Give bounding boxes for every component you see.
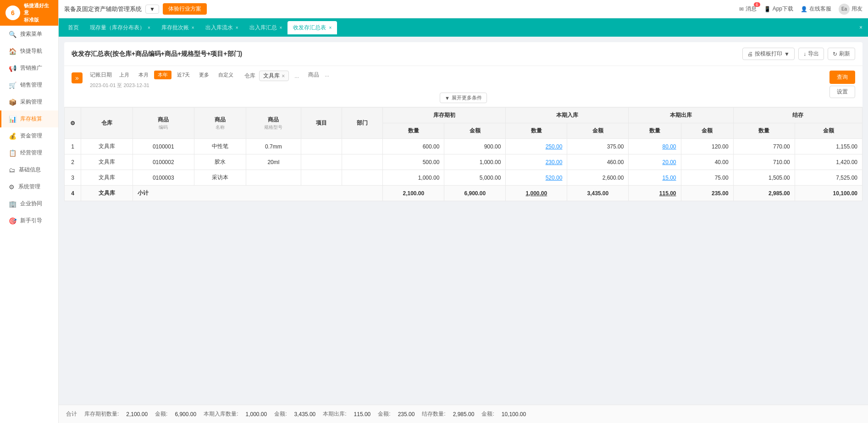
footer-opening-qty: 2,100.00: [126, 411, 148, 418]
sidebar-item-sales[interactable]: 🛒 销售管理: [0, 77, 58, 93]
col-project: 项目: [301, 108, 342, 139]
sidebar-item-system[interactable]: ⚙ 系统管理: [0, 178, 58, 195]
subtotal-row: 4 文具库 小计 2,100.00 6,900.00 1,000.00 3,43…: [65, 186, 862, 201]
filter-area: » 记账日期 上月本月本年近7天更多自定义 2023-01-01 至 2023-…: [64, 66, 862, 107]
user-menu[interactable]: Ea 用友: [839, 4, 862, 15]
nav-label-enterprise: 企业协同: [20, 200, 42, 208]
system-dropdown[interactable]: ▼: [145, 5, 159, 14]
nav-label-search: 搜索菜单: [20, 30, 42, 38]
col-goods-name: 商品名称: [194, 108, 246, 139]
query-btn-area: 查询 设置: [829, 71, 855, 98]
tab-label-in_out_summary: 出入库汇总: [249, 24, 277, 32]
sidebar-item-purchase[interactable]: 📦 采购管理: [0, 93, 58, 110]
date-shortcut-本年[interactable]: 本年: [154, 71, 171, 79]
tab-close-recv_send_summary[interactable]: ×: [329, 25, 332, 30]
nav-label-operations: 经营管理: [20, 149, 42, 157]
nav-icon-sales: 🛒: [9, 82, 17, 89]
page-title: 收发存汇总表(按仓库+商品编码+商品+规格型号+项目+部门): [72, 50, 242, 58]
in-qty-link: 250.00: [546, 143, 563, 150]
date-shortcut-上月[interactable]: 上月: [116, 71, 133, 79]
total-label: 合计: [66, 410, 77, 418]
sidebar-item-finance[interactable]: 💰 资金管理: [0, 127, 58, 144]
sidebar-item-enterprise[interactable]: 🏢 企业协同: [0, 195, 58, 212]
service-icon: 👤: [801, 6, 807, 12]
nav-label-quick_nav: 快捷导航: [20, 47, 42, 55]
online-service-btn[interactable]: 👤 在线客服: [801, 5, 831, 13]
messages-btn[interactable]: ✉ 消息 6: [739, 5, 757, 13]
query-button[interactable]: 查询: [829, 71, 855, 84]
export-icon: ↓: [803, 51, 806, 57]
tab-recv_send_summary[interactable]: 收发存汇总表×: [287, 21, 337, 34]
col-in-qty: 数量: [506, 123, 567, 139]
logo-text: 畅捷通好生意 标准版: [24, 2, 53, 23]
date-shortcut-自定义[interactable]: 自定义: [215, 71, 237, 79]
tab-label-in_out_flow: 出入库流水: [205, 24, 233, 32]
nav-icon-marketing: 📢: [9, 65, 17, 72]
col-out-qty: 数量: [629, 123, 681, 139]
sidebar-item-operations[interactable]: 📋 经营管理: [0, 144, 58, 161]
sidebar-item-inventory[interactable]: 📊 库存核算: [0, 110, 58, 127]
nav-label-marketing: 营销推广: [20, 64, 42, 72]
data-table: ⚙ 仓库 商品编码 商品名称 商品规格型号 项目 部门 库存期初 本期入库 本期…: [64, 107, 862, 201]
header-right: ✉ 消息 6 📱 App下载 👤 在线客服 Ea 用友: [739, 4, 862, 15]
sidebar-item-marketing[interactable]: 📢 营销推广: [0, 60, 58, 77]
nav-label-guide: 新手引导: [20, 217, 42, 225]
sidebar-item-basic_info[interactable]: 🗂 基础信息: [0, 161, 58, 178]
refresh-button[interactable]: ↻ 刷新: [828, 48, 855, 60]
sidebar-logo: 6 畅捷通好生意 标准版: [0, 0, 58, 26]
system-name: 装备及固定资产辅助管理系统: [64, 5, 142, 13]
sidebar-item-guide[interactable]: 🎯 新手引导: [0, 212, 58, 229]
print-icon: 🖨: [747, 51, 753, 57]
col-balance-qty: 数量: [733, 123, 795, 139]
print-button[interactable]: 🖨 按模板打印 ▼: [742, 48, 795, 60]
col-opening-qty: 数量: [383, 123, 444, 139]
out-qty-link: 20.00: [663, 159, 676, 165]
page-header: 收发存汇总表(按仓库+商品编码+商品+规格型号+项目+部门) 🖨 按模板打印 ▼…: [64, 42, 862, 66]
col-out-amt: 金额: [681, 123, 733, 139]
date-shortcut-本月[interactable]: 本月: [135, 71, 152, 79]
export-button[interactable]: ↓ 导出: [798, 48, 824, 60]
nav-icon-search: 🔍: [9, 31, 17, 38]
sidebar-item-quick_nav[interactable]: 🏠 快捷导航: [0, 43, 58, 60]
footer-out-amt: 235.00: [398, 411, 415, 418]
nav-label-finance: 资金管理: [20, 132, 42, 140]
in-qty-link: 230.00: [546, 159, 563, 165]
col-settings: ⚙: [65, 108, 81, 139]
expand-conditions-button[interactable]: ▼ 展开更多条件: [440, 93, 487, 103]
sidebar-item-search[interactable]: 🔍 搜索菜单: [0, 26, 58, 43]
out-qty-link: 80.00: [663, 143, 676, 150]
page-actions: 🖨 按模板打印 ▼ ↓ 导出 ↻ 刷新: [742, 48, 855, 60]
tab-close-in_out_summary[interactable]: ×: [280, 25, 282, 30]
tab-batch_ledger[interactable]: 库存批次账×: [156, 21, 200, 34]
tab-bar-close[interactable]: ×: [857, 22, 864, 33]
warehouse-tag[interactable]: 文具库 ×: [259, 71, 289, 81]
app-download-btn[interactable]: 📱 App下载: [764, 5, 793, 13]
warehouse-tag-close[interactable]: ×: [282, 73, 285, 79]
date-shortcuts: 上月本月本年近7天更多自定义: [116, 71, 237, 79]
filter-toggle-button[interactable]: »: [72, 72, 83, 83]
tab-in_out_flow[interactable]: 出入库流水×: [200, 21, 244, 34]
footer-in-qty: 1,000.00: [245, 411, 267, 418]
goods-ellipsis[interactable]: ...: [323, 71, 331, 79]
avatar: Ea: [839, 4, 850, 15]
experience-button[interactable]: 体验行业方案: [163, 3, 207, 15]
footer-balance-qty: 2,985.00: [453, 411, 475, 418]
tab-bar: 首页现存量（库存分布表）×库存批次账×出入库流水×出入库汇总×收发存汇总表××: [59, 18, 868, 37]
col-department: 部门: [342, 108, 383, 139]
col-in-group: 本期入库: [506, 108, 629, 123]
col-warehouse: 仓库: [81, 108, 133, 139]
tab-close-in_out_flow[interactable]: ×: [236, 25, 238, 30]
sidebar-nav: 🔍 搜索菜单 🏠 快捷导航 📢 营销推广 🛒 销售管理 📦 采购管理 📊 库存核…: [0, 26, 58, 423]
date-shortcut-更多[interactable]: 更多: [195, 71, 213, 79]
tab-close-inventory_dist[interactable]: ×: [148, 25, 150, 30]
tab-home[interactable]: 首页: [62, 21, 84, 34]
nav-label-sales: 销售管理: [20, 81, 42, 89]
date-shortcut-近7天[interactable]: 近7天: [173, 71, 194, 79]
nav-icon-finance: 💰: [9, 132, 17, 140]
settings-filter-button[interactable]: 设置: [829, 86, 855, 98]
tab-inventory_dist[interactable]: 现存量（库存分布表）×: [84, 21, 156, 34]
tab-in_out_summary[interactable]: 出入库汇总×: [244, 21, 288, 34]
expand-icon: ▼: [445, 95, 450, 101]
tab-close-batch_ledger[interactable]: ×: [192, 25, 194, 30]
warehouse-ellipsis[interactable]: ...: [293, 72, 301, 80]
